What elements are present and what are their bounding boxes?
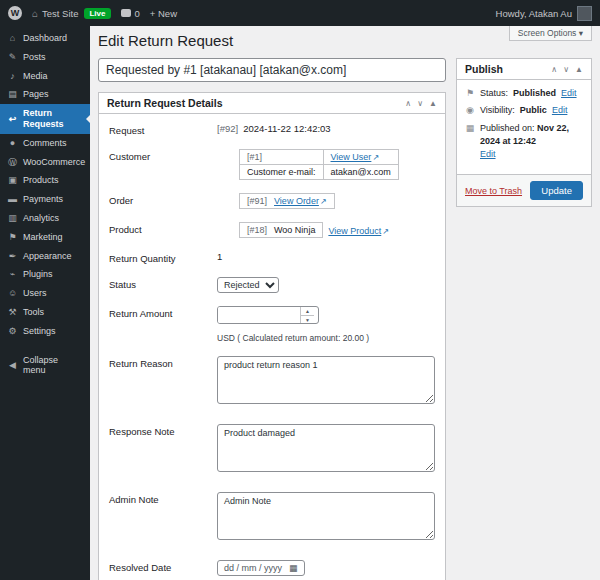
return-amount-field: ▲ ▼ — [217, 306, 319, 324]
quantity-value: 1 — [217, 251, 222, 262]
sidebar-item-posts[interactable]: ✎ Posts — [0, 48, 90, 67]
spinner-up-icon[interactable]: ▲ — [301, 307, 314, 316]
return-request-details-box: Return Request Details ∧ ∨ ▲ Request [#9… — [98, 92, 446, 580]
customer-table: [#1] View User↗ Customer e-mail: atakan@… — [239, 149, 399, 180]
external-link-icon: ↗ — [320, 197, 327, 206]
details-box-header[interactable]: Return Request Details ∧ ∨ ▲ — [99, 93, 445, 114]
field-resolved-date: Resolved Date dd / mm / yyyy ▦ — [109, 560, 435, 576]
sidebar-item-analytics[interactable]: ▥ Analytics — [0, 209, 90, 228]
sidebar-item-appearance[interactable]: ✒ Appearance — [0, 247, 90, 266]
sidebar-item-payments[interactable]: ▬ Payments — [0, 190, 90, 209]
visibility-label: Visibility: — [480, 105, 515, 115]
sidebar-item-label: WooCommerce — [23, 157, 85, 168]
sidebar-item-comments[interactable]: ● Comments — [0, 134, 90, 153]
sidebar-item-label: Marketing — [23, 232, 63, 243]
status-select[interactable]: Rejected — [217, 277, 279, 293]
return-amount-input[interactable] — [218, 307, 300, 323]
view-user-link[interactable]: View User — [331, 152, 372, 162]
products-icon: ▣ — [7, 175, 18, 186]
visibility-icon: ◉ — [465, 105, 475, 115]
sidebar-item-woocommerce[interactable]: Ⓦ WooCommerce — [0, 153, 90, 172]
visibility-value: Public — [520, 105, 547, 115]
order-up-icon[interactable]: ∧ — [551, 65, 557, 74]
field-customer: Customer [#1] View User↗ — [109, 149, 435, 180]
admin-note-label: Admin Note — [109, 492, 217, 540]
toggle-panel-icon[interactable]: ▲ — [575, 65, 583, 74]
amount-suffix: USD ( Calculated return amount: 20.00 ) — [217, 329, 369, 343]
toggle-panel-icon[interactable]: ▲ — [429, 99, 437, 108]
sidebar-item-products[interactable]: ▣ Products — [0, 171, 90, 190]
field-response: Response Note Product damaged — [109, 424, 435, 472]
order-down-icon[interactable]: ∨ — [417, 99, 423, 108]
order-down-icon[interactable]: ∨ — [563, 65, 569, 74]
publish-box-header[interactable]: Publish ∧ ∨ ▲ — [457, 59, 591, 80]
site-name: Test Site — [42, 8, 78, 19]
response-note-textarea[interactable]: Product damaged — [217, 424, 435, 472]
update-button[interactable]: Update — [530, 181, 583, 200]
amount-label: Return Amount — [109, 306, 217, 343]
field-status: Status Rejected — [109, 277, 435, 293]
customer-id: [#1] — [247, 152, 262, 162]
comments-menu[interactable]: 0 — [121, 8, 140, 19]
field-quantity: Return Quantity 1 — [109, 251, 435, 264]
sidebar-item-return-requests[interactable]: ↩ Return Requests — [0, 104, 90, 134]
sidebar-item-label: Users — [23, 288, 47, 299]
live-badge: Live — [84, 8, 110, 19]
edit-published-date-link[interactable]: Edit — [480, 149, 496, 159]
view-order-link[interactable]: View Order — [274, 196, 319, 206]
view-product-link[interactable]: View Product — [328, 226, 381, 236]
collapse-menu[interactable]: ◀ Collapse menu — [0, 351, 90, 381]
post-status-icon: ⚑ — [465, 88, 475, 98]
publish-status-row: ⚑ Status: Published Edit — [465, 88, 583, 98]
product-label: Product — [109, 222, 217, 238]
spinner-down-icon[interactable]: ▼ — [301, 316, 314, 324]
edit-status-link[interactable]: Edit — [561, 88, 577, 98]
order-up-icon[interactable]: ∧ — [405, 99, 411, 108]
site-name-menu[interactable]: ⌂ Test Site — [32, 8, 78, 19]
sidebar-item-label: Media — [23, 71, 48, 82]
request-label: Request — [109, 123, 217, 136]
sidebar-item-label: Plugins — [23, 269, 53, 280]
screen-options-button[interactable]: Screen Options ▾ — [509, 26, 592, 41]
admin-note-textarea[interactable]: Admin Note — [217, 492, 435, 540]
reason-label: Return Reason — [109, 356, 217, 404]
response-label: Response Note — [109, 424, 217, 472]
sidebar-item-plugins[interactable]: ⌁ Plugins — [0, 265, 90, 284]
home-icon: ⌂ — [32, 8, 38, 19]
sidebar-item-settings[interactable]: ⚙ Settings — [0, 322, 90, 341]
sidebar-item-marketing[interactable]: ⚑ Marketing — [0, 228, 90, 247]
publish-status-value: Published — [513, 88, 556, 98]
return-reason-textarea[interactable]: product return reason 1 — [217, 356, 435, 404]
product-name: Woo Ninja — [274, 225, 315, 235]
payments-icon: ▬ — [7, 194, 18, 205]
sidebar-item-label: Payments — [23, 194, 63, 205]
sidebar-item-label: Comments — [23, 138, 67, 149]
product-id: [#18] — [247, 225, 267, 235]
edit-visibility-link[interactable]: Edit — [552, 105, 568, 115]
sidebar-item-tools[interactable]: ⚒ Tools — [0, 303, 90, 322]
media-icon: ♪ — [7, 71, 18, 82]
status-label: Status — [109, 277, 217, 293]
sidebar-item-users[interactable]: ☺ Users — [0, 284, 90, 303]
field-admin-note: Admin Note Admin Note — [109, 492, 435, 540]
resolved-date-input[interactable]: dd / mm / yyyy ▦ — [217, 560, 305, 576]
avatar[interactable] — [577, 6, 592, 21]
publish-visibility-row: ◉ Visibility: Public Edit — [465, 105, 583, 115]
post-title-input[interactable] — [98, 58, 446, 82]
sidebar-item-dashboard[interactable]: ⌂ Dashboard — [0, 29, 90, 48]
move-to-trash-link[interactable]: Move to Trash — [465, 186, 522, 196]
tools-icon: ⚒ — [7, 307, 18, 318]
comment-count: 0 — [135, 8, 140, 19]
request-id: [#92] — [217, 123, 238, 134]
sidebar-item-pages[interactable]: ▤ Pages — [0, 85, 90, 104]
new-content-menu[interactable]: + New — [150, 8, 177, 19]
plugins-icon: ⌁ — [7, 269, 18, 280]
wordpress-logo-icon: W — [8, 6, 22, 20]
sidebar-item-media[interactable]: ♪ Media — [0, 67, 90, 86]
howdy-menu[interactable]: Howdy, Atakan Au — [496, 8, 572, 19]
woocommerce-icon: Ⓦ — [7, 157, 18, 168]
wordpress-menu[interactable]: W — [8, 6, 22, 20]
collapse-icon: ◀ — [7, 360, 18, 371]
external-link-icon: ↗ — [382, 227, 389, 236]
return-requests-icon: ↩ — [7, 114, 18, 125]
